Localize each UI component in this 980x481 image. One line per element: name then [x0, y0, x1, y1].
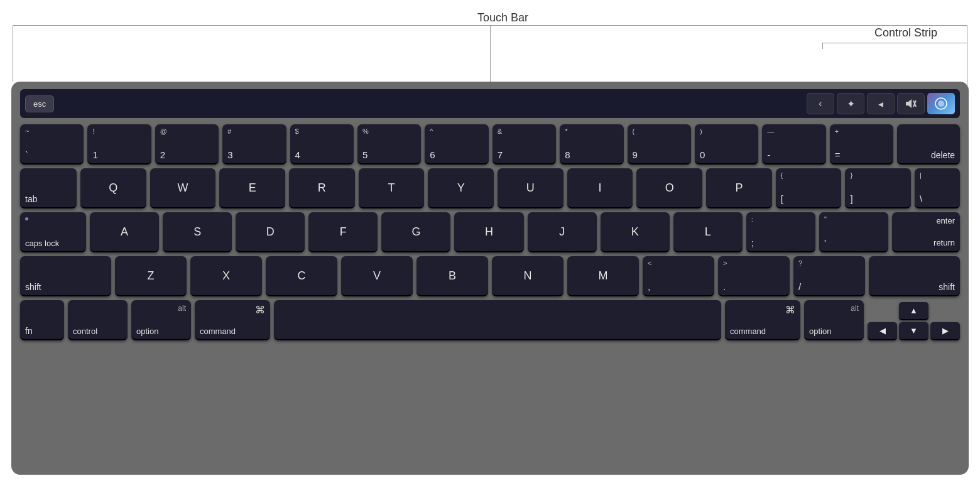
- key-control[interactable]: control: [68, 300, 128, 340]
- key-arrow-left[interactable]: ◀: [868, 322, 897, 340]
- key-b[interactable]: B: [416, 256, 488, 296]
- key-u[interactable]: U: [498, 168, 564, 208]
- key-command-left[interactable]: ⌘ command: [195, 300, 270, 340]
- key-delete[interactable]: delete: [897, 124, 960, 165]
- key-o[interactable]: O: [636, 168, 702, 208]
- key-i[interactable]: I: [567, 168, 633, 208]
- key-minus[interactable]: — -: [762, 124, 825, 165]
- home-row: caps lock A S D F G H J K L : ; " ': [20, 212, 960, 252]
- key-tab[interactable]: tab: [20, 168, 77, 208]
- cs-chevron[interactable]: ‹: [807, 93, 834, 114]
- key-6[interactable]: ^ 6: [425, 124, 488, 165]
- bottom-letter-row: shift Z X C V B N M < , > . ?: [20, 256, 960, 296]
- key-s[interactable]: S: [163, 212, 232, 252]
- tb-line-right: [967, 25, 967, 82]
- cs-line-right-t2: [822, 43, 823, 49]
- key-5[interactable]: % 5: [357, 124, 421, 165]
- key-q[interactable]: Q: [80, 168, 146, 208]
- arrow-bottom-row: ◀ ▼ ▶: [868, 322, 960, 340]
- key-n[interactable]: N: [492, 256, 564, 296]
- key-k[interactable]: K: [601, 212, 670, 252]
- key-option-right[interactable]: alt option: [804, 300, 864, 340]
- control-strip-label: Control Strip: [874, 26, 937, 40]
- key-h[interactable]: H: [454, 212, 523, 252]
- key-grave[interactable]: ~ `: [20, 124, 84, 165]
- key-capslock[interactable]: caps lock: [20, 212, 86, 252]
- key-shift-right[interactable]: shift: [869, 256, 960, 296]
- tb-line-left: [13, 25, 13, 82]
- key-backslash[interactable]: | \: [915, 168, 960, 208]
- number-row: ~ ` ! 1 @ 2 # 3 $ 4: [20, 124, 960, 165]
- key-0[interactable]: ) 0: [695, 124, 758, 165]
- key-period[interactable]: > .: [718, 256, 790, 296]
- touch-bar-label: Touch Bar: [477, 11, 528, 24]
- key-j[interactable]: J: [528, 212, 597, 252]
- key-option-left[interactable]: alt option: [131, 300, 191, 340]
- qwerty-row: tab Q W E R T Y U I O P { [ } ]: [20, 168, 960, 208]
- key-e[interactable]: E: [219, 168, 285, 208]
- key-d[interactable]: D: [236, 212, 305, 252]
- key-w[interactable]: W: [150, 168, 216, 208]
- key-8[interactable]: * 8: [560, 124, 623, 165]
- capslock-indicator: [25, 217, 28, 220]
- key-z[interactable]: Z: [115, 256, 187, 296]
- key-4[interactable]: $ 4: [290, 124, 354, 165]
- keyboard-container: esc ‹ ✦ ◂ ~ `: [11, 82, 969, 475]
- key-t[interactable]: T: [359, 168, 425, 208]
- tb-line-top: [13, 25, 967, 26]
- key-2[interactable]: @ 2: [155, 124, 219, 165]
- key-space[interactable]: [274, 300, 721, 340]
- key-fn[interactable]: fn: [20, 300, 64, 340]
- key-x[interactable]: X: [190, 256, 262, 296]
- key-3[interactable]: # 3: [222, 124, 286, 165]
- cs-volume[interactable]: ◂: [867, 93, 895, 114]
- key-7[interactable]: & 7: [493, 124, 556, 165]
- key-9[interactable]: ( 9: [628, 124, 691, 165]
- key-a[interactable]: A: [90, 212, 159, 252]
- key-shift-left[interactable]: shift: [20, 256, 111, 296]
- arrow-up-row: ▲: [868, 302, 960, 320]
- key-arrow-down[interactable]: ▼: [899, 322, 928, 340]
- key-rows: ~ ` ! 1 @ 2 # 3 $ 4: [20, 124, 960, 340]
- cs-line-top: [823, 43, 967, 43]
- modifier-row: fn control alt option ⌘ command ⌘ comman…: [20, 300, 960, 340]
- arrow-keys: ▲ ◀ ▼ ▶: [868, 302, 960, 340]
- key-arrow-right[interactable]: ▶: [930, 322, 960, 340]
- key-v[interactable]: V: [341, 256, 413, 296]
- key-equals[interactable]: + =: [830, 124, 893, 165]
- keyboard: esc ‹ ✦ ◂ ~ `: [11, 82, 969, 475]
- key-comma[interactable]: < ,: [643, 256, 714, 296]
- cs-mute[interactable]: [897, 93, 925, 114]
- key-enter[interactable]: enter return: [892, 212, 960, 252]
- key-f[interactable]: F: [308, 212, 378, 252]
- cs-siri[interactable]: [927, 93, 955, 114]
- esc-key[interactable]: esc: [25, 95, 54, 112]
- key-m[interactable]: M: [567, 256, 639, 296]
- key-rbracket[interactable]: } ]: [845, 168, 911, 208]
- key-semicolon[interactable]: : ;: [746, 212, 815, 252]
- key-g[interactable]: G: [381, 212, 450, 252]
- cs-brightness[interactable]: ✦: [837, 93, 864, 114]
- key-y[interactable]: Y: [428, 168, 494, 208]
- touch-bar: esc ‹ ✦ ◂: [20, 89, 960, 118]
- svg-point-3: [938, 100, 944, 107]
- key-p[interactable]: P: [706, 168, 772, 208]
- key-r[interactable]: R: [289, 168, 355, 208]
- key-lbracket[interactable]: { [: [776, 168, 842, 208]
- control-strip: ‹ ✦ ◂: [807, 93, 955, 114]
- key-l[interactable]: L: [673, 212, 743, 252]
- key-quote[interactable]: " ': [819, 212, 888, 252]
- key-1[interactable]: ! 1: [87, 124, 151, 165]
- key-command-right[interactable]: ⌘ command: [725, 300, 800, 340]
- key-slash[interactable]: ? /: [793, 256, 865, 296]
- key-arrow-up[interactable]: ▲: [899, 302, 928, 320]
- key-c[interactable]: C: [266, 256, 337, 296]
